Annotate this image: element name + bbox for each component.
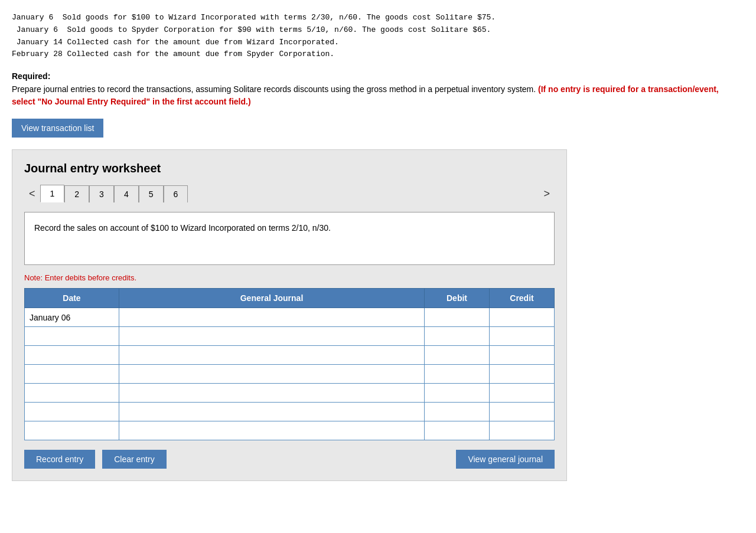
credit-input-5[interactable] [490,403,554,421]
debit-cell-3[interactable] [425,365,490,384]
table-row [25,346,555,365]
credit-cell-1[interactable] [490,327,555,346]
tab-items: 1 2 3 4 5 6 [40,185,188,202]
record-entry-button[interactable]: Record entry [24,450,95,469]
journal-cell-1[interactable] [119,327,425,346]
credit-input-6[interactable] [490,421,554,440]
required-text: Prepare journal entries to record the tr… [12,83,744,108]
debit-cell-6[interactable] [425,421,490,440]
header-date: Date [25,289,119,308]
date-cell-4 [25,384,119,403]
journal-cell-4[interactable] [119,384,425,403]
tab-navigation: < 1 2 3 4 5 6 > [24,185,555,202]
action-buttons: Record entry Clear entry View general jo… [24,450,555,469]
tab-4[interactable]: 4 [114,185,139,202]
view-general-journal-button[interactable]: View general journal [456,450,555,469]
credit-input-0[interactable] [490,308,554,326]
note-text: Note: Enter debits before credits. [24,273,555,282]
debit-input-1[interactable] [425,327,489,345]
intro-text: January 6 Sold goods for $100 to Wizard … [12,12,744,61]
clear-entry-button[interactable]: Clear entry [102,450,166,469]
credit-cell-6[interactable] [490,421,555,440]
credit-cell-0[interactable] [490,308,555,327]
credit-input-1[interactable] [490,327,554,345]
credit-cell-4[interactable] [490,384,555,403]
tab-5[interactable]: 5 [139,185,164,202]
required-body-text: Prepare journal entries to record the tr… [12,84,536,94]
table-row: January 06 [25,308,555,327]
date-cell-5 [25,403,119,421]
tab-1[interactable]: 1 [40,185,65,202]
debit-input-5[interactable] [425,403,489,421]
header-debit: Debit [425,289,490,308]
debit-cell-5[interactable] [425,403,490,421]
date-cell-0: January 06 [25,308,119,327]
debit-input-4[interactable] [425,384,489,402]
description-box: Record the sales on account of $100 to W… [24,212,555,265]
view-transaction-button[interactable]: View transaction list [12,119,103,138]
journal-cell-0[interactable] [119,308,425,327]
journal-table: Date General Journal Debit Credit Januar… [24,288,555,440]
tab-2[interactable]: 2 [64,185,89,202]
journal-input-3[interactable] [119,365,424,383]
next-tab-button[interactable]: > [539,185,555,202]
table-row [25,421,555,440]
journal-input-2[interactable] [119,346,424,364]
journal-cell-3[interactable] [119,365,425,384]
date-cell-6 [25,421,119,440]
journal-input-0[interactable] [119,308,424,326]
journal-cell-2[interactable] [119,346,425,365]
worksheet-title: Journal entry worksheet [24,162,555,175]
debit-cell-2[interactable] [425,346,490,365]
debit-cell-0[interactable] [425,308,490,327]
credit-input-4[interactable] [490,384,554,402]
header-general-journal: General Journal [119,289,425,308]
table-row [25,403,555,421]
journal-input-1[interactable] [119,327,424,345]
debit-input-0[interactable] [425,308,489,326]
journal-input-6[interactable] [119,421,424,440]
credit-cell-5[interactable] [490,403,555,421]
required-section: Required: Prepare journal entries to rec… [12,71,744,108]
credit-input-3[interactable] [490,365,554,383]
debit-cell-4[interactable] [425,384,490,403]
journal-cell-6[interactable] [119,421,425,440]
journal-input-4[interactable] [119,384,424,402]
required-label: Required: [12,71,744,81]
table-row [25,327,555,346]
prev-tab-button[interactable]: < [24,185,40,202]
credit-input-2[interactable] [490,346,554,364]
credit-cell-2[interactable] [490,346,555,365]
date-cell-3 [25,365,119,384]
tab-6[interactable]: 6 [164,185,188,202]
table-row [25,365,555,384]
tab-3[interactable]: 3 [89,185,114,202]
debit-input-3[interactable] [425,365,489,383]
date-cell-2 [25,346,119,365]
debit-input-6[interactable] [425,421,489,440]
date-cell-1 [25,327,119,346]
journal-cell-5[interactable] [119,403,425,421]
header-credit: Credit [490,289,555,308]
debit-input-2[interactable] [425,346,489,364]
credit-cell-3[interactable] [490,365,555,384]
debit-cell-1[interactable] [425,327,490,346]
worksheet-container: Journal entry worksheet < 1 2 3 4 5 6 > … [12,149,567,481]
table-row [25,384,555,403]
journal-input-5[interactable] [119,403,424,421]
